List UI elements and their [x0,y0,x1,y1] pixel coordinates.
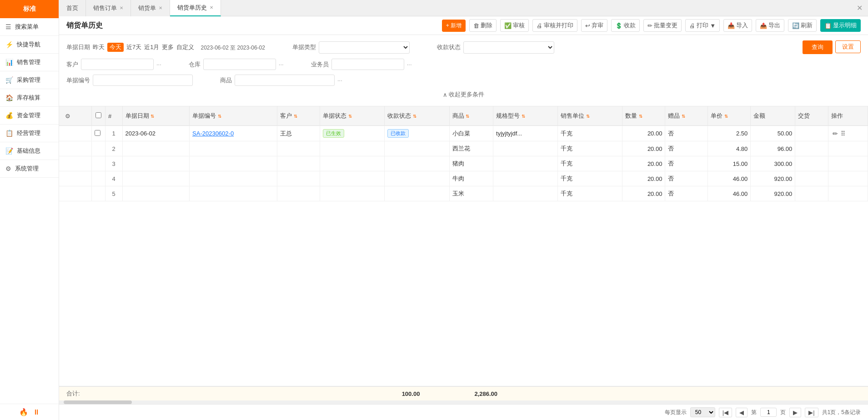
customer-input[interactable] [81,59,154,70]
col-date[interactable]: 单据日期 ⇅ [122,106,190,126]
row-docno[interactable] [190,156,277,171]
tab-home[interactable]: 首页 [59,0,86,16]
goods-dots[interactable]: ··· [337,77,342,84]
col-docno[interactable]: 单据编号 ⇅ [190,106,277,126]
abandon-button[interactable]: ↩ 弃审 [581,19,607,32]
warehouse-dots[interactable]: ··· [279,61,284,68]
prev-page-button[interactable]: ◀ [736,408,748,417]
col-doc-status-sort-icon[interactable]: ⇅ [348,114,352,119]
import-button[interactable]: 📥 导入 [723,19,752,32]
col-docno-sort-icon[interactable]: ⇅ [218,114,221,119]
row-docno[interactable] [190,171,277,186]
staff-dots[interactable]: ··· [407,61,412,68]
tab-sales-goods-close[interactable]: ✕ [159,5,162,10]
row-qty: 20.00 [622,126,665,141]
warehouse-input[interactable] [203,59,276,70]
select-all-checkbox[interactable] [95,112,101,118]
col-customer[interactable]: 客户 ⇅ [277,106,320,126]
col-payment-status[interactable]: 收款状态 ⇅ [385,106,449,126]
export-icon: 📤 [760,22,767,29]
date-shortcut-yesterday[interactable]: 昨天 [93,43,105,51]
audit-button[interactable]: ✅ 审核 [500,19,529,32]
row-docno[interactable]: SA-20230602-0 [190,126,277,141]
col-date-sort-icon[interactable]: ⇅ [151,114,154,119]
col-customer-sort-icon[interactable]: ⇅ [294,114,297,119]
sidebar-bottom-fire-icon[interactable]: 🔥 [19,408,28,416]
collapse-button[interactable]: ∧ 收起更多条件 [66,90,861,99]
sidebar-item-operations[interactable]: 📋 经营管理 [0,125,59,142]
date-shortcut-today[interactable]: 今天 [107,43,124,52]
sidebar-item-finance[interactable]: 💰 资金管理 [0,107,59,125]
sidebar-item-purchase-mgmt[interactable]: 🛒 采购管理 [0,71,59,89]
per-page-select[interactable]: 50 100 [690,407,715,417]
sidebar-bottom-pause-icon[interactable]: ⏸ [33,408,40,416]
goods-input[interactable] [235,75,335,86]
last-page-button[interactable]: ▶| [805,408,818,417]
batch-change-button[interactable]: ✏ 批量变更 [643,19,682,32]
docno-input[interactable] [93,75,193,86]
date-shortcut-1month[interactable]: 近1月 [144,43,159,51]
row-edit-icon[interactable]: ✏ [833,130,838,137]
delete-button[interactable]: 🗑 删除 [469,19,497,32]
tab-sales-history-close[interactable]: ✕ [210,5,213,10]
new-button[interactable]: + 新增 [442,20,466,32]
col-gift[interactable]: 赠品 ⇅ [665,106,708,126]
row-delete-icon[interactable]: ⠿ [841,130,845,137]
next-page-button[interactable]: ▶ [789,408,801,417]
sidebar-item-sales-mgmt[interactable]: 📊 销售管理 [0,54,59,71]
col-spec-sort-icon[interactable]: ⇅ [522,114,525,119]
print-button[interactable]: 🖨 打印 ▼ [685,19,720,32]
collect-button[interactable]: 💲 收款 [611,19,640,32]
row-checkbox-cell [91,156,105,171]
sidebar-item-system-mgmt[interactable]: ⚙ 系统管理 [0,160,59,178]
staff-input[interactable] [331,59,404,70]
page-number-input[interactable] [760,408,777,417]
col-goods-sort-icon[interactable]: ⇅ [466,114,469,119]
sidebar-bottom: 🔥 ⏸ [0,404,59,420]
col-spec[interactable]: 规格型号 ⇅ [493,106,558,126]
audit-print-button[interactable]: 🖨 审核并打印 [532,19,577,32]
tab-sales-history[interactable]: 销货单历史 ✕ [170,0,221,16]
col-qty[interactable]: 数量 ⇅ [622,106,665,126]
table-settings-gear[interactable]: ⚙ [62,110,74,122]
col-qty-sort-icon[interactable]: ⇅ [639,114,642,119]
set-button[interactable]: 设置 [835,40,861,53]
query-button[interactable]: 查询 [803,40,833,54]
date-shortcuts: 昨天 今天 近7天 近1月 更多 自定义 [93,43,194,52]
row-docno-link[interactable]: SA-20230602-0 [192,130,234,137]
table-container[interactable]: ⚙ # 单据日期 ⇅ 单据编号 ⇅ 客户 [59,106,868,386]
row-docno[interactable] [190,186,277,201]
col-price-sort-icon[interactable]: ⇅ [724,114,728,119]
export-button[interactable]: 📤 导出 [756,19,784,32]
tab-close-all-button[interactable]: ✕ [851,4,868,12]
row-price: 4.80 [708,141,751,156]
tab-sales-order-close[interactable]: ✕ [120,5,123,10]
col-payment-status-sort-icon[interactable]: ⇅ [413,114,416,119]
col-doc-status[interactable]: 单据状态 ⇅ [320,106,385,126]
sidebar-item-basic-info[interactable]: 📝 基础信息 [0,142,59,160]
col-price[interactable]: 单价 ⇅ [708,106,751,126]
show-detail-button[interactable]: 📋 显示明细 [820,19,861,32]
scrollbar-thumb[interactable] [64,400,132,404]
col-goods[interactable]: 商品 ⇅ [449,106,493,126]
col-gift-sort-icon[interactable]: ⇅ [682,114,685,119]
tab-sales-goods[interactable]: 销货单 ✕ [131,0,170,16]
date-shortcut-7days[interactable]: 近7天 [126,43,141,51]
sidebar-item-search-menu[interactable]: ☰ 搜索菜单 [0,18,59,36]
date-shortcut-custom[interactable]: 自定义 [176,43,194,51]
first-page-button[interactable]: |◀ [719,408,732,417]
col-unit[interactable]: 销售单位 ⇅ [558,106,622,126]
tab-sales-order[interactable]: 销售订单 ✕ [86,0,131,16]
col-gear[interactable]: ⚙ [59,106,91,126]
horizontal-scrollbar[interactable] [59,400,868,404]
row-docno[interactable] [190,141,277,156]
payment-status-select[interactable] [463,41,554,54]
sidebar-item-quick-nav[interactable]: ⚡ 快捷导航 [0,36,59,54]
row-checkbox[interactable] [95,130,100,136]
date-shortcut-more[interactable]: 更多 [162,43,174,51]
sidebar-item-inventory[interactable]: 🏠 库存核算 [0,89,59,107]
doc-type-select[interactable] [319,41,410,54]
col-unit-sort-icon[interactable]: ⇅ [586,114,590,119]
refresh-button[interactable]: 🔄 刷新 [788,19,817,32]
customer-dots[interactable]: ··· [156,61,161,68]
